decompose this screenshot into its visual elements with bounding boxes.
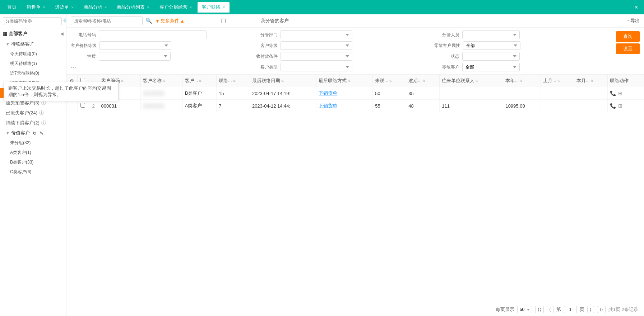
sidebar-class-c[interactable]: C类客户(6) xyxy=(0,167,66,177)
nav-item-sales[interactable]: 销售单 × xyxy=(22,2,49,13)
nav-close-purchase[interactable]: × xyxy=(71,5,73,9)
action-phone-icon[interactable]: 📞 xyxy=(610,90,616,96)
nav-item-home[interactable]: 首页 xyxy=(3,2,21,13)
manager-select[interactable] xyxy=(462,30,520,39)
sidebar-search-input[interactable] xyxy=(3,17,62,25)
sidebar-pending-7days[interactable]: 近7天待联络(0) xyxy=(0,69,66,78)
level-sort: ⇅ xyxy=(199,79,201,83)
nav-item-product-list[interactable]: 商品分析列表 × xyxy=(112,2,153,13)
phone-input[interactable] xyxy=(99,30,207,39)
col-last-month[interactable]: 上月...⇅ xyxy=(541,75,574,87)
nav-close-sales[interactable]: × xyxy=(43,5,45,9)
customer-table: ⚙ 客户编码⇅ 客户名称⇅ 客户...⇅ 联络...⇅ 最后联络日期⇅ 最后联络… xyxy=(66,75,644,112)
nav-close-product-analysis[interactable]: × xyxy=(105,5,107,9)
status-label: 状态 xyxy=(434,53,459,60)
phone-label: 电话号码 xyxy=(71,32,96,38)
row-actions: 📞 ⊞ xyxy=(607,100,644,112)
row-last-date: 2023-04-12 14:44: xyxy=(250,100,316,112)
col-uncontacted[interactable]: 未联...⇅ xyxy=(373,75,406,87)
col-unit-contact[interactable]: 往来单位联系人⇅ xyxy=(440,75,503,87)
nav-item-purchase[interactable]: 进货单 × xyxy=(51,2,78,13)
customer-level-label: 客户等级 xyxy=(252,43,278,49)
my-customers-filter[interactable]: 我分管的客户 xyxy=(187,18,289,24)
last-page-btn[interactable]: ⟩⟩ xyxy=(597,306,606,313)
customer-level-select[interactable] xyxy=(281,41,352,50)
action-more-icon[interactable]: ⊞ xyxy=(618,90,622,96)
col-name[interactable]: 客户名称⇅ xyxy=(141,75,183,87)
sidebar-class-a[interactable]: A类客户(1) xyxy=(0,148,66,157)
row-overdue: 48 xyxy=(406,100,440,112)
last-method-link[interactable]: 下销货单 xyxy=(319,90,337,96)
per-page-select[interactable]: 50 xyxy=(517,306,532,313)
prev-page-btn[interactable]: ⟨ xyxy=(547,306,553,313)
filter-manager: 分管人员 xyxy=(434,30,613,39)
row-last-method[interactable]: 下销货单 xyxy=(316,87,373,100)
export-button[interactable]: ↑ 导出 xyxy=(627,18,640,24)
sidebar-grid-icon: ▦ xyxy=(3,31,7,37)
conditions-arrow: ▲ xyxy=(180,18,185,24)
price-level-select[interactable] xyxy=(99,41,171,50)
nav-item-product-analysis[interactable]: 商品分析 × xyxy=(79,2,111,13)
retail-customer-select[interactable]: 全部 xyxy=(462,63,520,71)
status-select[interactable] xyxy=(462,52,520,61)
query-button[interactable]: 查询 xyxy=(616,31,640,42)
total-records: 共1页 2条记录 xyxy=(608,306,638,313)
next-page-btn[interactable]: ⟩ xyxy=(587,306,594,313)
gender-select[interactable] xyxy=(99,52,171,61)
my-customers-checkbox[interactable] xyxy=(187,19,259,23)
payment-label: 收付款条件 xyxy=(252,53,278,60)
nav-item-customer-contact[interactable]: 客户联络 × xyxy=(198,2,229,13)
dept-select[interactable] xyxy=(281,30,352,39)
first-page-btn[interactable]: ⟨⟨ xyxy=(535,306,544,313)
col-last-method[interactable]: 最后联络方式⇅ xyxy=(316,75,373,87)
col-this-year[interactable]: 本年...⇅ xyxy=(503,75,541,87)
col-this-month[interactable]: 本月...⇅ xyxy=(574,75,607,87)
filter-extra-left: ··· xyxy=(71,63,250,71)
sidebar-search-icon[interactable]: 🔍 xyxy=(63,18,66,24)
sidebar-ungroup[interactable]: 未分组(32) xyxy=(0,138,66,148)
contacts-sort: ⇅ xyxy=(233,79,236,83)
action-more-icon[interactable]: ⊞ xyxy=(618,103,622,109)
customer-name-blurred: ████ xyxy=(143,91,165,96)
settings-button[interactable]: 设置 xyxy=(616,43,640,54)
col-last-date[interactable]: 最后联络日期⇅ xyxy=(250,75,316,87)
dept-label: 分管部门 xyxy=(252,32,278,38)
col-level[interactable]: 客户...⇅ xyxy=(182,75,216,87)
last-method-link[interactable]: 下销货单 xyxy=(319,103,337,108)
row-name: ████ xyxy=(141,100,183,112)
filter-search-icon[interactable]: 🔍 xyxy=(145,18,152,24)
col-overdue[interactable]: 逾期...⇅ xyxy=(406,75,440,87)
page-input[interactable] xyxy=(564,306,577,313)
filter-gender: 性质 xyxy=(71,52,250,61)
sidebar-already-lost[interactable]: 已流失客户(24) ⓘ xyxy=(0,108,66,118)
nav-close-customer-tier[interactable]: × xyxy=(190,5,192,9)
search-input[interactable] xyxy=(71,16,143,25)
sidebar-declining[interactable]: 持续下滑客户(2) ⓘ xyxy=(0,118,66,128)
sidebar-pending-contact[interactable]: ▼ 待联络客户 xyxy=(0,39,66,49)
sidebar-all-customers[interactable]: ▦ 全部客户 ◀ xyxy=(0,28,66,39)
sidebar-pending-today[interactable]: 今天待联络(0) xyxy=(0,49,66,59)
row-last-method[interactable]: 下销货单 xyxy=(316,100,373,112)
payment-select[interactable] xyxy=(281,52,352,61)
row-checkbox[interactable] xyxy=(77,100,88,112)
action-phone-icon[interactable]: 📞 xyxy=(610,103,616,109)
value-arrow: ▼ xyxy=(6,131,10,135)
row-this-year: 10995.00 xyxy=(503,100,541,112)
sidebar-pending-tomorrow[interactable]: 明天待联络(1) xyxy=(0,59,66,69)
table-body: 1 000039 ████ B类客户 15 2023-04-17 14:19: … xyxy=(66,87,644,112)
nav-close-customer-contact[interactable]: × xyxy=(223,5,225,9)
nav-item-customer-tier[interactable]: 客户分层经营 × xyxy=(155,2,196,13)
window-close-button[interactable]: × xyxy=(631,4,641,11)
edit-icon[interactable]: ✎ xyxy=(40,131,43,136)
row-settings xyxy=(66,100,77,112)
table-container: ⚙ 客户编码⇅ 客户名称⇅ 客户...⇅ 联络...⇅ 最后联络日期⇅ 最后联络… xyxy=(66,75,644,303)
retail-attr-select[interactable]: 全部 xyxy=(463,41,520,50)
more-conditions-btn[interactable]: ▼ 更多条件 ▲ xyxy=(155,18,185,24)
more-filters-icon[interactable]: ··· xyxy=(71,63,76,71)
col-contacts[interactable]: 联络...⇅ xyxy=(216,75,250,87)
sidebar-value-customer[interactable]: ▼ 价值客户 ↻ ✎ xyxy=(0,128,66,138)
customer-type-select[interactable] xyxy=(281,63,352,71)
nav-close-product-list[interactable]: × xyxy=(147,5,149,9)
sidebar-class-b[interactable]: B类客户(33) xyxy=(0,157,66,167)
filter-payment: 收付款条件 xyxy=(252,52,431,61)
